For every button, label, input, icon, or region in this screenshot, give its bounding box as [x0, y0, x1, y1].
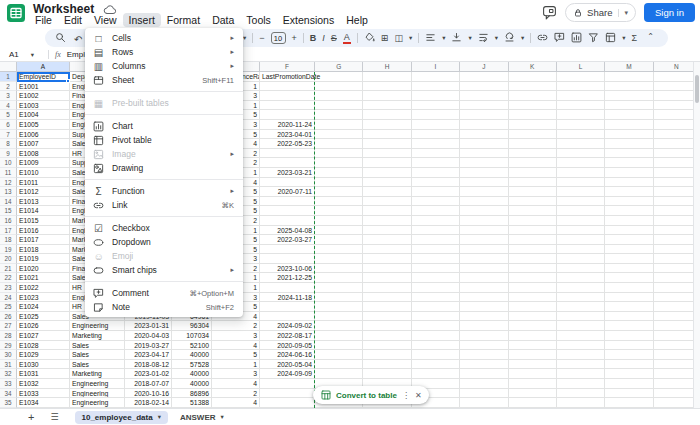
cell-L18[interactable]	[557, 235, 605, 245]
cell-H18[interactable]	[363, 235, 411, 245]
cell-J32[interactable]	[460, 369, 508, 379]
cell-L19[interactable]	[557, 245, 605, 255]
cell-D33[interactable]: 40000	[172, 379, 212, 389]
cell-M10[interactable]	[605, 158, 653, 168]
cell-I26[interactable]	[412, 312, 460, 322]
cell-B27[interactable]: Engineering	[70, 321, 125, 331]
cell-A19[interactable]: E1018	[17, 245, 70, 255]
cell-L24[interactable]	[557, 293, 605, 303]
cell-F31[interactable]: 2020-05-04	[260, 360, 315, 370]
cell-F34[interactable]	[260, 389, 315, 399]
cell-M1[interactable]	[605, 72, 653, 82]
cell-C28[interactable]: 2020-04-03	[125, 331, 172, 341]
comment-button[interactable]	[554, 29, 565, 47]
cell-C30[interactable]: 2023-04-17	[125, 350, 172, 360]
cell-A20[interactable]: E1019	[17, 254, 70, 264]
cell-G9[interactable]	[315, 149, 363, 159]
row-header-32[interactable]: 32	[0, 369, 17, 379]
cell-L25[interactable]	[557, 302, 605, 312]
cell-F21[interactable]: 2023-10-06	[260, 264, 315, 274]
cell-H22[interactable]	[363, 273, 411, 283]
cell-M13[interactable]	[605, 187, 653, 197]
row-header-35[interactable]: 35	[0, 398, 17, 408]
kebab-menu-icon[interactable]: ⋮	[402, 391, 410, 400]
row-header-30[interactable]: 30	[0, 350, 17, 360]
cell-J15[interactable]	[460, 206, 508, 216]
comment-history-icon[interactable]	[542, 5, 557, 20]
cell-K6[interactable]	[509, 120, 557, 130]
cell-C35[interactable]: 2018-02-14	[125, 398, 172, 408]
row-header-9[interactable]: 9	[0, 149, 17, 159]
column-header-f[interactable]: F	[260, 62, 315, 72]
row-header-7[interactable]: 7	[0, 130, 17, 140]
cell-J29[interactable]	[460, 341, 508, 351]
vertical-scrollbar[interactable]	[693, 62, 700, 408]
menu-item-smart-chips[interactable]: Smart chips▸	[85, 263, 243, 277]
cell-F26[interactable]	[260, 312, 315, 322]
cell-H17[interactable]	[363, 226, 411, 236]
cell-L22[interactable]	[557, 273, 605, 283]
row-header-13[interactable]: 13	[0, 187, 17, 197]
cell-L32[interactable]	[557, 369, 605, 379]
cell-H20[interactable]	[363, 254, 411, 264]
cell-J11[interactable]	[460, 168, 508, 178]
cell-I22[interactable]	[412, 273, 460, 283]
column-header-l[interactable]: L	[557, 62, 605, 72]
menu-item-cells[interactable]: □Cells▸	[85, 31, 243, 45]
cell-E31[interactable]: 1	[212, 360, 260, 370]
menu-item-function[interactable]: ΣFunction▸	[85, 184, 243, 198]
cell-J23[interactable]	[460, 283, 508, 293]
cell-C31[interactable]: 2018-08-12	[125, 360, 172, 370]
cell-J22[interactable]	[460, 273, 508, 283]
cell-G27[interactable]	[315, 321, 363, 331]
cell-I5[interactable]	[412, 110, 460, 120]
cell-B31[interactable]: Sales	[70, 360, 125, 370]
cell-M19[interactable]	[605, 245, 653, 255]
cell-L5[interactable]	[557, 110, 605, 120]
cell-K15[interactable]	[509, 206, 557, 216]
cell-F12[interactable]	[260, 178, 315, 188]
cell-J16[interactable]	[460, 216, 508, 226]
menu-item-pivot-table[interactable]: Pivot table	[85, 133, 243, 147]
cell-M30[interactable]	[605, 350, 653, 360]
cell-K2[interactable]	[509, 82, 557, 92]
align-button[interactable]	[425, 29, 436, 47]
wrap-button[interactable]	[478, 29, 489, 47]
cell-I6[interactable]	[412, 120, 460, 130]
row-header-12[interactable]: 12	[0, 178, 17, 188]
cell-F17[interactable]: 2025-04-08	[260, 226, 315, 236]
cell-H19[interactable]	[363, 245, 411, 255]
cell-I14[interactable]	[412, 197, 460, 207]
row-header-6[interactable]: 6	[0, 120, 17, 130]
cell-M23[interactable]	[605, 283, 653, 293]
cell-K33[interactable]	[509, 379, 557, 389]
row-header-18[interactable]: 18	[0, 235, 17, 245]
cell-I15[interactable]	[412, 206, 460, 216]
cell-A15[interactable]: E1014	[17, 206, 70, 216]
cell-K7[interactable]	[509, 130, 557, 140]
cell-G14[interactable]	[315, 197, 363, 207]
cell-L28[interactable]	[557, 331, 605, 341]
cell-F22[interactable]: 2021-12-25	[260, 273, 315, 283]
menu-item-sheet[interactable]: SheetShift+F11	[85, 73, 243, 87]
dropdown-caret-icon[interactable]: ▾	[243, 34, 246, 42]
cell-B32[interactable]: Marketing	[70, 369, 125, 379]
cell-K5[interactable]	[509, 110, 557, 120]
cell-J9[interactable]	[460, 149, 508, 159]
cell-A34[interactable]: E1033	[17, 389, 70, 399]
cell-J24[interactable]	[460, 293, 508, 303]
cell-L6[interactable]	[557, 120, 605, 130]
cell-J21[interactable]	[460, 264, 508, 274]
cell-M4[interactable]	[605, 101, 653, 111]
close-icon[interactable]: ✕	[415, 391, 422, 400]
row-header-10[interactable]: 10	[0, 158, 17, 168]
cell-K34[interactable]	[509, 389, 557, 399]
cell-H27[interactable]	[363, 321, 411, 331]
cell-J4[interactable]	[460, 101, 508, 111]
cell-G6[interactable]	[315, 120, 363, 130]
cell-M12[interactable]	[605, 178, 653, 188]
cell-J17[interactable]	[460, 226, 508, 236]
cell-H30[interactable]	[363, 350, 411, 360]
row-header-2[interactable]: 2	[0, 82, 17, 92]
cell-A33[interactable]: E1032	[17, 379, 70, 389]
